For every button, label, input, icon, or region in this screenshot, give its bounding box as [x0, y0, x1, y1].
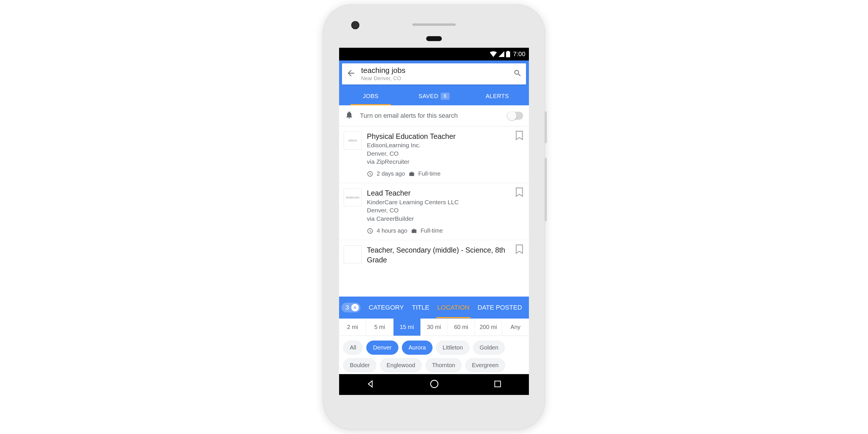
clear-filters-icon[interactable]	[351, 304, 359, 311]
battery-icon	[506, 51, 510, 57]
job-location: Denver, CO	[367, 206, 524, 214]
earpiece	[412, 24, 456, 26]
bookmark-icon[interactable]	[515, 130, 524, 142]
distance-option[interactable]: 5 mi	[366, 318, 394, 336]
tab-saved[interactable]: SAVED 6	[402, 87, 466, 105]
tab-jobs[interactable]: JOBS	[339, 87, 402, 105]
filter-panel: 3 CATEGORY TITLE LOCATION DATE POSTED 2 …	[339, 297, 529, 374]
job-list[interactable]: edison Physical Education Teacher Edison…	[339, 126, 529, 297]
job-title: Physical Education Teacher	[367, 132, 524, 142]
job-company: EdisonLearning Inc.	[367, 141, 524, 149]
proximity-sensor	[426, 36, 442, 41]
location-chip[interactable]: Thornton	[425, 358, 462, 372]
job-location: Denver, CO	[367, 150, 524, 158]
filter-tab-title[interactable]: TITLE	[412, 297, 429, 318]
wifi-icon	[490, 51, 497, 57]
filter-tab-category[interactable]: CATEGORY	[369, 297, 404, 318]
email-alert-row: Turn on email alerts for this search	[339, 105, 529, 126]
distance-option[interactable]: 200 mi	[475, 318, 502, 336]
distance-option[interactable]: Any	[502, 318, 529, 336]
filter-tabs: 3 CATEGORY TITLE LOCATION DATE POSTED	[339, 297, 529, 318]
filter-tab-location[interactable]: LOCATION	[437, 297, 470, 318]
status-time: 7:00	[513, 50, 525, 58]
bookmark-icon[interactable]	[515, 187, 524, 198]
job-card[interactable]: edison Physical Education Teacher Edison…	[339, 126, 529, 183]
filter-count: 3	[345, 304, 349, 311]
location-chip[interactable]: Evergreen	[465, 358, 505, 372]
tab-alerts[interactable]: ALERTS	[466, 87, 529, 105]
location-chip[interactable]: Golden	[473, 341, 505, 355]
filter-tab-date-posted[interactable]: DATE POSTED	[477, 297, 522, 318]
clock-icon	[367, 228, 373, 234]
job-age: 2 days ago	[377, 170, 405, 178]
search-card[interactable]: teaching jobs Near Denver, CO	[342, 63, 526, 85]
search-query: teaching jobs	[361, 66, 508, 75]
saved-count-badge: 6	[441, 93, 450, 100]
tab-alerts-label: ALERTS	[486, 93, 509, 99]
location-chip[interactable]: All	[343, 341, 363, 355]
location-chips: All Denver Aurora Littleton Golden Bould…	[339, 336, 529, 374]
email-alert-label: Turn on email alerts for this search	[360, 112, 500, 120]
job-card[interactable]: Teacher, Secondary (middle) - Science, 8…	[339, 240, 529, 270]
job-source: via CareerBuilder	[367, 215, 524, 223]
location-chip[interactable]: Aurora	[402, 341, 433, 355]
job-title: Teacher, Secondary (middle) - Science, 8…	[367, 245, 524, 265]
location-chip[interactable]: Littleton	[436, 341, 470, 355]
job-source: via ZipRecruiter	[367, 158, 524, 166]
briefcase-icon	[408, 171, 415, 177]
nav-recents-icon[interactable]	[493, 380, 502, 390]
briefcase-icon	[411, 228, 417, 234]
tab-jobs-label: JOBS	[363, 93, 378, 99]
svg-point-0	[431, 380, 438, 388]
search-icon[interactable]	[513, 69, 522, 79]
clock-icon	[367, 171, 373, 177]
phone-frame: 7:00 teaching jobs Near Denver, CO JOBS	[323, 4, 545, 430]
power-button	[545, 112, 547, 143]
job-title: Lead Teacher	[367, 188, 524, 198]
location-chip[interactable]: Denver	[366, 341, 398, 355]
nav-home-icon[interactable]	[429, 379, 439, 390]
screen: 7:00 teaching jobs Near Denver, CO JOBS	[339, 48, 529, 395]
nav-back-icon[interactable]	[366, 379, 375, 390]
company-logo	[344, 245, 362, 263]
header-blue: teaching jobs Near Denver, CO JOBS SAVED…	[339, 60, 529, 105]
job-company: KinderCare Learning Centers LLC	[367, 198, 524, 206]
job-card[interactable]: kindercare Lead Teacher KinderCare Learn…	[339, 183, 529, 240]
volume-button	[545, 158, 547, 221]
job-age: 4 hours ago	[377, 227, 407, 235]
distance-row: 2 mi 5 mi 15 mi 30 mi 60 mi 200 mi Any	[339, 318, 529, 336]
email-alert-toggle[interactable]	[507, 112, 523, 120]
job-type: Full-time	[421, 227, 443, 235]
distance-option[interactable]: 2 mi	[339, 318, 366, 336]
android-status-bar: 7:00	[339, 48, 529, 60]
job-meta: 2 days ago Full-time	[367, 166, 524, 178]
distance-option[interactable]: 30 mi	[421, 318, 448, 336]
location-chip[interactable]: Boulder	[343, 358, 376, 372]
job-meta: 4 hours ago Full-time	[367, 223, 524, 235]
company-logo: kindercare	[344, 188, 362, 206]
search-location-sub: Near Denver, CO	[361, 75, 508, 82]
job-type: Full-time	[418, 170, 441, 178]
distance-option[interactable]: 60 mi	[447, 318, 475, 336]
back-arrow-icon[interactable]	[346, 68, 356, 79]
android-nav-bar	[339, 374, 529, 395]
bell-icon	[345, 111, 353, 121]
distance-option[interactable]: 15 mi	[394, 318, 421, 336]
main-tabs: JOBS SAVED 6 ALERTS	[339, 87, 529, 105]
search-text-block[interactable]: teaching jobs Near Denver, CO	[361, 66, 508, 82]
company-logo: edison	[344, 132, 362, 150]
location-chip[interactable]: Englewood	[380, 358, 422, 372]
cell-signal-icon	[498, 51, 504, 57]
svg-rect-1	[495, 381, 500, 387]
active-filter-count-pill[interactable]: 3	[341, 303, 361, 312]
bookmark-icon[interactable]	[515, 244, 524, 255]
tab-saved-label: SAVED	[418, 93, 438, 99]
